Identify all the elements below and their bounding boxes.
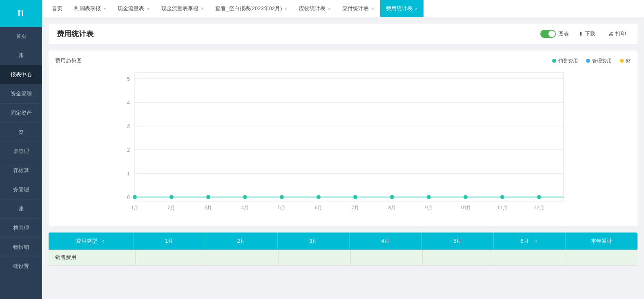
- row-val-1: [136, 250, 207, 265]
- svg-text:10月: 10月: [460, 205, 470, 210]
- svg-text:2: 2: [127, 147, 130, 153]
- tab-close-receivable[interactable]: ×: [328, 6, 330, 11]
- tab-expense-stats[interactable]: 费用统计表 ×: [380, 0, 423, 17]
- tab-close-cashflow-quarter[interactable]: ×: [201, 6, 203, 11]
- sidebar: fi 首页 账 报表中心 资金管理 固定资产 资 票管理 存核算 务管理 账 档…: [0, 0, 42, 299]
- page-header: 费用统计表 图表 ⬇ 下载 🖨 打印: [49, 24, 637, 44]
- row-type-label: 销售费用: [49, 250, 136, 265]
- content-area: 费用统计表 图表 ⬇ 下载 🖨 打印 费用趋势图: [42, 17, 644, 299]
- legend-dot-admin: [586, 59, 590, 63]
- legend-dot-finance: [620, 59, 624, 63]
- col-month2: 2月: [205, 233, 277, 250]
- svg-text:2月: 2月: [168, 205, 176, 210]
- row-val-4: [351, 250, 423, 265]
- chart-toggle-label: 图表: [540, 30, 569, 38]
- tab-cashflow-quarter[interactable]: 现金流量表季报 ×: [156, 0, 209, 17]
- tab-profit-quarter[interactable]: 利润表季报 ×: [69, 0, 112, 17]
- svg-text:9月: 9月: [425, 205, 433, 210]
- svg-text:12月: 12月: [534, 205, 544, 210]
- sidebar-item-account[interactable]: 账: [0, 46, 42, 65]
- svg-point-18: [316, 195, 321, 199]
- print-icon: 🖨: [608, 31, 614, 37]
- sidebar-item-ledger[interactable]: 账: [0, 199, 42, 219]
- svg-point-16: [243, 195, 247, 199]
- svg-point-21: [427, 195, 431, 199]
- svg-text:8月: 8月: [388, 205, 396, 210]
- col-month5: 5月: [422, 233, 494, 250]
- sidebar-item-inventory[interactable]: 存核算: [0, 161, 42, 180]
- row-val-3: [279, 250, 351, 265]
- main-area: 首页 利润表季报 × 现金流量表 × 现金流量表季报 × 查看_空白报表(202…: [42, 0, 644, 299]
- chart-legend: 销售费用 管理费用 财: [552, 58, 631, 64]
- sidebar-item-archive[interactable]: 档管理: [0, 219, 42, 238]
- tab-close-expense-stats[interactable]: ×: [415, 6, 417, 11]
- svg-text:11月: 11月: [497, 205, 507, 210]
- chart-container: 5 4 3 2 1 0: [55, 69, 631, 219]
- chart-toggle-switch[interactable]: [540, 30, 556, 38]
- trend-chart: 5 4 3 2 1 0: [55, 69, 631, 219]
- next-months-button[interactable]: ›: [533, 237, 539, 244]
- svg-text:0: 0: [127, 195, 130, 200]
- tab-receivable[interactable]: 应收统计表 ×: [293, 0, 336, 17]
- svg-text:4: 4: [127, 100, 130, 106]
- prev-months-button[interactable]: ‹: [100, 238, 106, 244]
- row-val-yearly: [566, 250, 637, 265]
- svg-point-19: [353, 195, 357, 199]
- svg-point-14: [169, 195, 174, 199]
- svg-text:5月: 5月: [278, 205, 286, 210]
- svg-point-22: [464, 195, 468, 199]
- table-header-row: 费用类型 ‹ 1月 2月 3月 4月 5月 6月 › 本年累计: [49, 233, 637, 250]
- svg-point-15: [206, 195, 210, 199]
- tab-blank-report[interactable]: 查看_空白报表(2023年02月) ×: [209, 0, 293, 17]
- tab-payable[interactable]: 应付统计表 ×: [336, 0, 380, 17]
- sidebar-item-fixed-assets[interactable]: 固定资产: [0, 104, 42, 123]
- col-month6: 6月 ›: [494, 233, 566, 250]
- sidebar-item-expense[interactable]: 畅报销: [0, 238, 42, 257]
- svg-text:3: 3: [127, 124, 130, 129]
- col-month4: 4月: [350, 233, 421, 250]
- col-month3: 3月: [278, 233, 350, 250]
- tab-home[interactable]: 首页: [46, 0, 69, 17]
- legend-admin-expense: 管理费用: [586, 58, 612, 64]
- row-val-2: [207, 250, 279, 265]
- svg-text:1月: 1月: [131, 205, 139, 210]
- svg-text:7月: 7月: [352, 205, 359, 210]
- sidebar-item-home[interactable]: 首页: [0, 27, 42, 46]
- download-button[interactable]: ⬇ 下载: [575, 29, 599, 39]
- sidebar-logo: fi: [0, 0, 42, 27]
- legend-dot-sales: [552, 59, 556, 63]
- print-button[interactable]: 🖨 打印: [605, 29, 629, 39]
- sidebar-item-reports[interactable]: 报表中心: [0, 65, 42, 84]
- tab-close-profit-quarter[interactable]: ×: [103, 6, 106, 11]
- svg-text:4月: 4月: [241, 205, 249, 210]
- svg-rect-12: [135, 73, 564, 201]
- svg-point-17: [280, 195, 284, 199]
- sidebar-item-service[interactable]: 务管理: [0, 180, 42, 199]
- tab-cashflow[interactable]: 现金流量表 ×: [112, 0, 155, 17]
- col-month1: 1月: [134, 233, 205, 250]
- tab-close-blank-report[interactable]: ×: [285, 6, 287, 11]
- page-title: 费用统计表: [57, 29, 94, 39]
- tab-close-payable[interactable]: ×: [371, 6, 374, 11]
- row-val-6: [494, 250, 566, 265]
- sidebar-item-settings[interactable]: 础设置: [0, 257, 42, 276]
- svg-text:6月: 6月: [315, 205, 323, 210]
- col-yearly: 本年累计: [566, 233, 637, 250]
- chart-header: 费用趋势图 销售费用 管理费用 财: [55, 57, 631, 64]
- svg-point-20: [390, 195, 394, 199]
- svg-point-23: [500, 195, 504, 199]
- sidebar-item-invoice[interactable]: 票管理: [0, 142, 42, 161]
- legend-sales-expense: 销售费用: [552, 58, 578, 64]
- svg-text:1: 1: [127, 171, 130, 177]
- chart-section: 费用趋势图 销售费用 管理费用 财: [49, 51, 637, 226]
- header-actions: 图表 ⬇ 下载 🖨 打印: [540, 29, 629, 39]
- sidebar-item-capital[interactable]: 资: [0, 123, 42, 142]
- download-icon: ⬇: [579, 31, 583, 37]
- sidebar-item-funds[interactable]: 资金管理: [0, 84, 42, 104]
- chart-title: 费用趋势图: [55, 57, 82, 64]
- col-type: 费用类型 ‹: [49, 233, 134, 250]
- svg-point-24: [537, 195, 541, 199]
- tab-close-cashflow[interactable]: ×: [147, 6, 149, 11]
- svg-point-13: [133, 195, 137, 199]
- svg-text:5: 5: [127, 76, 130, 82]
